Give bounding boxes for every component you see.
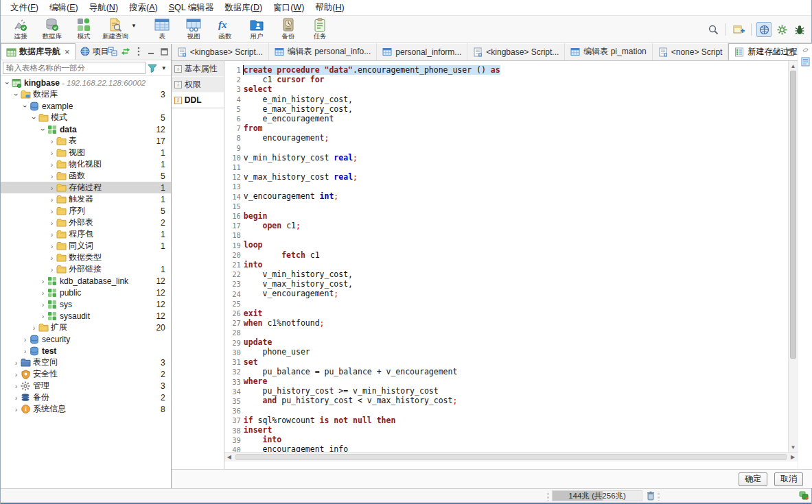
tree-item-物化视图[interactable]: ›物化视图1 [1, 158, 171, 170]
search-button[interactable] [706, 22, 721, 37]
tree-item-外部链接[interactable]: ›外部链接1 [1, 263, 171, 275]
expanded-arrow-icon[interactable]: › [39, 125, 47, 133]
sql-code-editor[interactable]: create procedure "data".encouragement_ph… [241, 61, 788, 452]
menu-item-7[interactable]: 窗口(W) [268, 1, 310, 15]
menu-item-8[interactable]: 帮助(H) [310, 1, 349, 15]
collapsed-arrow-icon[interactable]: › [30, 324, 38, 332]
toolbar-button-backup-dev[interactable]: 备份 [272, 16, 304, 43]
collapsed-arrow-icon[interactable]: › [48, 195, 56, 204]
collapsed-arrow-icon[interactable]: › [48, 137, 56, 145]
tree-item-管理[interactable]: ›管理3 [1, 380, 171, 392]
collapsed-arrow-icon[interactable]: › [48, 149, 56, 157]
tree-item-序列[interactable]: ›序列5 [1, 205, 171, 217]
scroll-right-icon[interactable]: ▶ [788, 454, 798, 460]
tree-item-扩展[interactable]: ›扩展20 [1, 322, 171, 333]
close-tab-icon[interactable]: ✕ [65, 49, 70, 56]
collapsed-arrow-icon[interactable]: › [48, 230, 56, 239]
tree-item-系统信息[interactable]: ›系统信息8 [1, 403, 171, 415]
view-tab-database-navigator[interactable]: 数据库导航✕ [1, 43, 76, 60]
new-query-dropdown-icon[interactable]: ▼ [131, 23, 137, 29]
collapsed-arrow-icon[interactable]: › [12, 382, 20, 390]
maximize-icon[interactable] [160, 47, 170, 56]
tree-item-sys[interactable]: ›sys12 [1, 298, 171, 310]
tree-item-外部表[interactable]: ›外部表2 [1, 217, 171, 228]
expanded-arrow-icon[interactable]: › [30, 114, 38, 121]
collapsed-arrow-icon[interactable]: › [39, 300, 47, 309]
menu-item-6[interactable]: 数据库(D) [219, 1, 268, 15]
restore-view-icon[interactable] [802, 46, 810, 54]
view-menu-icon[interactable] [134, 47, 143, 56]
menu-item-5[interactable]: SQL 编辑器 [163, 1, 220, 15]
toolbar-button-view-big[interactable]: 视图 [178, 16, 209, 43]
menu-item-3[interactable]: 导航(N) [84, 1, 124, 15]
collapsed-arrow-icon[interactable]: › [39, 289, 47, 297]
tree-item-public[interactable]: ›public12 [1, 287, 171, 298]
collapsed-arrow-icon[interactable]: › [48, 242, 56, 250]
open-perspective-button[interactable] [731, 22, 746, 37]
editor-tab-3[interactable]: personal_inform... [377, 43, 467, 60]
collapsed-arrow-icon[interactable]: › [48, 172, 56, 180]
editor-tab-1[interactable]: <kingbase> Script... [172, 43, 269, 60]
scroll-left-icon[interactable]: ◀ [224, 454, 234, 460]
wizard-tab-权限[interactable]: i权限 [172, 77, 224, 93]
collapsed-arrow-icon[interactable]: › [39, 277, 47, 285]
editor-tab-5[interactable]: 编辑表 pi_mation [565, 43, 652, 60]
collapsed-arrow-icon[interactable]: › [48, 207, 56, 215]
collapsed-arrow-icon[interactable]: › [12, 394, 20, 402]
tree-item-kingbase[interactable]: ›kingbase - 192.168.22.128:60002 [1, 77, 171, 88]
collapsed-arrow-icon[interactable]: › [48, 254, 56, 262]
collapsed-arrow-icon[interactable]: › [48, 219, 56, 227]
vertical-scroll-thumb[interactable] [790, 71, 796, 359]
editor-tab-4[interactable]: <kingbase> Script... [467, 43, 565, 60]
collapse-all-icon[interactable] [108, 47, 117, 56]
toolbar-button-newquery[interactable]: 新建查询 [100, 16, 131, 43]
tree-item-备份[interactable]: ›备份2 [1, 392, 171, 403]
toolbar-button-schema-big[interactable]: 模式 [68, 16, 100, 43]
collapsed-arrow-icon[interactable]: › [12, 359, 20, 367]
toolbar-button-function[interactable]: fx函数 [209, 16, 241, 43]
filter-funnel-icon[interactable] [148, 63, 157, 73]
tree-item-example[interactable]: ›example [1, 100, 171, 112]
tree-item-函数[interactable]: ›函数5 [1, 170, 171, 182]
expanded-arrow-icon[interactable]: › [21, 102, 30, 110]
outline-view-icon[interactable] [801, 57, 810, 67]
collapsed-arrow-icon[interactable]: › [21, 335, 29, 344]
tree-item-存储过程[interactable]: ›存储过程1 [1, 182, 171, 193]
link-editor-icon[interactable] [121, 47, 130, 56]
wizard-tab-DDL[interactable]: iDDL [172, 93, 224, 108]
collapsed-arrow-icon[interactable]: › [12, 405, 20, 413]
collapsed-arrow-icon[interactable]: › [39, 312, 47, 320]
toolbar-button-task[interactable]: 任务 [304, 16, 336, 43]
perspective-db-button[interactable] [756, 22, 772, 37]
menu-item-2[interactable]: 编辑(E) [44, 1, 84, 15]
expanded-arrow-icon[interactable]: › [3, 79, 12, 86]
wizard-tab-基本属性[interactable]: i基本属性 [172, 61, 224, 77]
garbage-collect-icon[interactable] [647, 491, 655, 501]
tree-item-test[interactable]: ›test [1, 345, 171, 357]
tree-item-程序包[interactable]: ›程序包1 [1, 228, 171, 240]
editor-tab-6[interactable]: <none> Script [653, 43, 729, 60]
toolbar-button-user[interactable]: 用户 [241, 16, 272, 43]
tree-item-data[interactable]: ›data12 [1, 123, 171, 135]
collapsed-arrow-icon[interactable]: › [48, 160, 56, 169]
collapsed-arrow-icon[interactable]: › [48, 265, 56, 274]
minimize-editor-icon[interactable] [770, 47, 780, 57]
perspective-gear-button[interactable] [774, 22, 789, 37]
tree-item-视图[interactable]: ›视图1 [1, 147, 171, 158]
toolbar-button-dbstack[interactable]: 数据库 [36, 16, 68, 43]
minimize-icon[interactable] [147, 47, 156, 56]
scroll-up-icon[interactable]: ▲ [789, 61, 798, 71]
table-filter-input[interactable] [3, 62, 146, 74]
scroll-down-icon[interactable]: ▼ [789, 442, 798, 452]
tree-item-安全性[interactable]: ›安全性2 [1, 368, 171, 380]
tree-item-模式[interactable]: ›模式5 [1, 112, 171, 123]
ok-button[interactable]: 确定 [739, 472, 767, 486]
tree-item-数据库[interactable]: ›数据库3 [1, 88, 171, 100]
horizontal-scroll-thumb[interactable] [235, 454, 787, 460]
collapsed-arrow-icon[interactable]: › [21, 347, 29, 355]
tree-item-sysaudit[interactable]: ›sysaudit12 [1, 310, 171, 322]
tree-item-security[interactable]: ›security [1, 333, 171, 345]
collapsed-arrow-icon[interactable]: › [48, 184, 56, 192]
collapsed-arrow-icon[interactable]: › [12, 370, 20, 379]
vertical-scrollbar[interactable]: ▲ ▼ [788, 61, 798, 452]
